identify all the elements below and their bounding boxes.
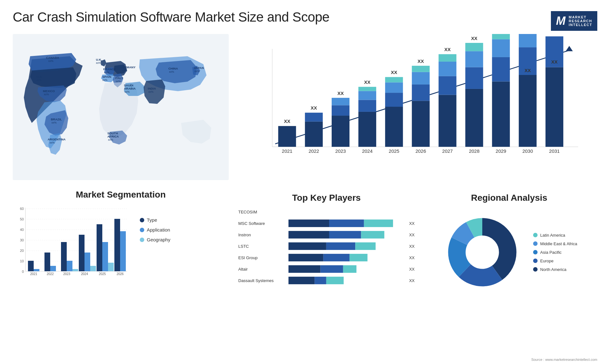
canada-label: CANADA [46,56,59,59]
svg-rect-94 [108,263,114,271]
svg-rect-47 [546,67,563,147]
svg-rect-90 [90,266,96,271]
southafrica-label2: AFRICA [107,135,119,138]
donut-area: Latin America Middle East & Africa Asia … [441,211,577,293]
svg-rect-16 [358,91,376,100]
legend-mea: Middle East & Africa [533,241,577,246]
logo-area: M MARKET RESEARCH INTELLECT [551,11,597,31]
segmentation-section: Market Segmentation 0 10 20 30 40 50 [13,190,229,360]
legend-application: Application [140,227,170,233]
svg-text:2025: 2025 [99,272,106,276]
player-row-dassault: Dassault Systemes XX [238,276,415,285]
svg-text:2026: 2026 [416,148,426,154]
player-name-tecosim: TECOSIM [238,210,286,214]
logo-text: MARKET RESEARCH INTELLECT [569,15,592,27]
svg-rect-99 [288,219,329,227]
svg-rect-30 [438,76,456,95]
svg-text:XX: XX [551,59,558,64]
legend-dot-geography [140,238,144,242]
svg-rect-5 [278,126,296,147]
legend-label-north-america: North America [540,267,566,272]
svg-rect-81 [44,253,50,271]
player-xx-instron: XX [409,233,415,237]
svg-rect-97 [120,231,126,271]
logo-line2: RESEARCH [569,19,592,23]
player-bar-instron [288,231,405,239]
svg-text:2025: 2025 [389,148,399,154]
svg-text:2022: 2022 [47,272,54,276]
svg-text:30: 30 [20,238,24,242]
svg-rect-24 [412,101,430,147]
svg-rect-11 [332,105,349,116]
svg-rect-36 [465,51,483,67]
player-xx-esi: XX [409,255,415,260]
svg-rect-106 [326,242,355,250]
player-bar-esi [288,253,405,262]
southafrica-val: xx% [108,138,113,141]
legend-dot-europe [533,259,538,263]
logo-letter: M [556,14,566,28]
svg-rect-116 [326,277,344,284]
player-name-dassault: Dassault Systemes [238,278,286,283]
svg-text:10: 10 [20,259,24,263]
svg-rect-114 [288,277,315,284]
bottom-right: Top Key Players TECOSIM MSC Software XX [232,190,597,360]
svg-rect-110 [349,254,368,261]
logo-box: M MARKET RESEARCH INTELLECT [551,11,597,31]
china-label: CHINA [168,67,178,70]
main-content: CANADA xx% U.S. xx% MEXICO xx% BRAZIL xx… [0,34,610,363]
saudi-val: xx% [125,90,130,93]
legend-dot-mea [533,241,538,246]
svg-rect-15 [358,100,376,112]
svg-text:2027: 2027 [442,148,453,154]
legend-geography: Geography [140,237,170,242]
svg-text:XX: XX [471,36,478,41]
argentina-label: ARGENTINA [48,138,66,141]
spain-val: xx% [102,78,108,82]
player-row-lstc: LSTC XX [238,242,415,250]
svg-rect-102 [288,231,329,239]
player-name-msc: MSC Software [238,221,286,226]
svg-text:XX: XX [525,68,531,73]
svg-rect-37 [465,43,483,51]
svg-rect-40 [492,57,510,82]
svg-text:2026: 2026 [117,272,124,276]
svg-rect-20 [385,93,403,107]
brazil-label: BRAZIL [51,118,62,121]
svg-rect-93 [102,242,108,271]
legend-asia-pacific: Asia Pacific [533,250,577,255]
svg-rect-29 [438,95,456,147]
svg-rect-89 [85,253,90,271]
svg-rect-92 [97,224,102,271]
player-xx-lstc: XX [409,244,415,249]
svg-text:0: 0 [22,270,24,273]
player-row-esi: ESI Group XX [238,253,415,262]
svg-text:XX: XX [284,118,290,124]
svg-rect-26 [412,72,430,84]
svg-rect-46 [519,34,537,47]
legend-dot-application [140,228,144,232]
players-title: Top Key Players [238,193,415,203]
svg-rect-8 [305,113,323,122]
svg-rect-101 [364,219,393,227]
svg-rect-107 [355,242,376,250]
svg-text:2024: 2024 [362,148,372,154]
svg-rect-10 [332,116,349,147]
svg-rect-27 [412,66,430,72]
svg-marker-4 [566,46,573,51]
legend-dot-latin-america [533,233,538,237]
svg-rect-84 [61,242,67,271]
svg-text:2021: 2021 [282,148,292,154]
svg-rect-32 [438,54,456,62]
logo-line1: MARKET [569,15,592,19]
svg-rect-31 [438,62,456,76]
donut-chart [441,211,524,293]
svg-rect-34 [465,89,483,147]
growth-chart-section: XX XX XX XX XX [232,34,597,186]
player-xx-msc: XX [409,221,415,226]
svg-rect-96 [114,219,120,271]
svg-rect-86 [72,269,78,271]
svg-rect-44 [519,75,537,147]
germany-label: GERMANY [120,65,136,69]
svg-rect-22 [385,77,403,83]
